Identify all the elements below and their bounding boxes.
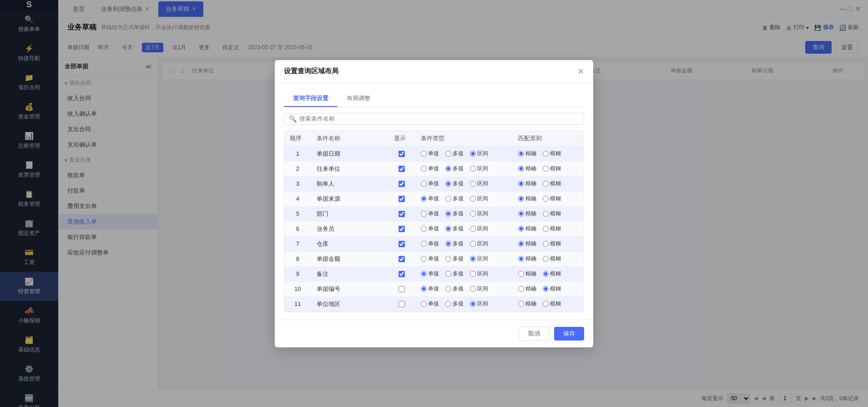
th-match: 匹配原则 xyxy=(513,131,584,147)
modal-save-button[interactable]: 保存 xyxy=(554,327,584,341)
radio-multi[interactable]: 多值 xyxy=(445,285,464,293)
row-order: 6 xyxy=(284,221,311,236)
radio-single[interactable]: 单值 xyxy=(421,165,439,173)
row-condition-type: 单值多值区间 xyxy=(415,251,513,266)
radio-single[interactable]: 单值 xyxy=(421,180,439,188)
radio-single[interactable]: 单值 xyxy=(421,150,439,158)
modal-table: 顺序 条件名称 显示 条件类型 匹配原则 1单据日期单值多值区间精确模糊2往来单… xyxy=(284,130,584,312)
radio-multi[interactable]: 多值 xyxy=(445,165,464,173)
cancel-button[interactable]: 取消 xyxy=(519,326,550,341)
show-checkbox[interactable] xyxy=(399,181,405,187)
radio-exact[interactable]: 精确 xyxy=(518,150,536,158)
modal-body: 查询字段设置 布局调整 🔍 顺序 条件名称 显示 条件类型 xyxy=(275,83,593,320)
radio-range[interactable]: 区间 xyxy=(470,165,488,173)
radio-range[interactable]: 区间 xyxy=(470,195,488,203)
radio-exact[interactable]: 精确 xyxy=(518,165,536,173)
show-checkbox[interactable] xyxy=(399,256,405,262)
radio-fuzzy[interactable]: 模糊 xyxy=(543,210,561,218)
th-order: 顺序 xyxy=(284,131,311,147)
row-show xyxy=(389,236,415,251)
radio-single[interactable]: 单值 xyxy=(421,270,439,278)
row-name: 备注 xyxy=(311,266,389,281)
radio-range[interactable]: 区间 xyxy=(470,210,488,218)
row-match: 精确模糊 xyxy=(513,176,584,191)
radio-exact[interactable]: 精确 xyxy=(518,225,536,233)
radio-multi[interactable]: 多值 xyxy=(445,195,464,203)
row-show xyxy=(389,281,415,296)
radio-range[interactable]: 区间 xyxy=(470,180,488,188)
radio-range[interactable]: 区间 xyxy=(470,270,488,278)
show-checkbox[interactable] xyxy=(399,286,405,292)
radio-range[interactable]: 区间 xyxy=(470,240,488,248)
th-show: 显示 xyxy=(389,131,415,147)
radio-multi[interactable]: 多值 xyxy=(445,240,464,248)
modal-search-input[interactable] xyxy=(299,115,390,122)
modal-tab-layout[interactable]: 布局调整 xyxy=(338,91,379,107)
radio-fuzzy[interactable]: 模糊 xyxy=(543,180,561,188)
radio-range[interactable]: 区间 xyxy=(470,285,488,293)
radio-fuzzy[interactable]: 模糊 xyxy=(543,165,561,173)
show-checkbox[interactable] xyxy=(399,196,405,202)
row-name: 单据日期 xyxy=(311,146,389,161)
radio-exact[interactable]: 精确 xyxy=(518,270,536,278)
radio-single[interactable]: 单值 xyxy=(421,255,439,263)
radio-multi[interactable]: 多值 xyxy=(445,150,464,158)
table-row: 5部门单值多值区间精确模糊 xyxy=(284,206,584,221)
show-checkbox[interactable] xyxy=(399,301,405,307)
radio-single[interactable]: 单值 xyxy=(421,240,439,248)
radio-multi[interactable]: 多值 xyxy=(445,180,464,188)
radio-multi[interactable]: 多值 xyxy=(445,255,464,263)
radio-exact[interactable]: 精确 xyxy=(518,300,536,308)
radio-exact[interactable]: 精确 xyxy=(518,255,536,263)
radio-single[interactable]: 单值 xyxy=(421,285,439,293)
table-row: 9备注单值多值区间精确模糊 xyxy=(284,266,584,281)
radio-range[interactable]: 区间 xyxy=(470,255,488,263)
radio-fuzzy[interactable]: 模糊 xyxy=(543,150,561,158)
table-row: 4单据来源单值多值区间精确模糊 xyxy=(284,191,584,206)
radio-multi[interactable]: 多值 xyxy=(445,225,464,233)
radio-range[interactable]: 区间 xyxy=(470,225,488,233)
row-match: 精确模糊 xyxy=(513,161,584,176)
radio-exact[interactable]: 精确 xyxy=(518,285,536,293)
show-checkbox[interactable] xyxy=(399,241,405,247)
row-show xyxy=(389,161,415,176)
radio-range[interactable]: 区间 xyxy=(470,150,488,158)
table-row: 6业务员单值多值区间精确模糊 xyxy=(284,221,584,236)
row-show xyxy=(389,266,415,281)
row-match: 精确模糊 xyxy=(513,251,584,266)
show-checkbox[interactable] xyxy=(399,211,405,217)
radio-single[interactable]: 单值 xyxy=(421,195,439,203)
radio-multi[interactable]: 多值 xyxy=(445,270,464,278)
radio-fuzzy[interactable]: 模糊 xyxy=(543,285,561,293)
radio-single[interactable]: 单值 xyxy=(421,225,439,233)
radio-fuzzy[interactable]: 模糊 xyxy=(543,225,561,233)
show-checkbox[interactable] xyxy=(399,166,405,172)
radio-multi[interactable]: 多值 xyxy=(445,300,464,308)
radio-exact[interactable]: 精确 xyxy=(518,180,536,188)
radio-fuzzy[interactable]: 模糊 xyxy=(543,255,561,263)
show-checkbox[interactable] xyxy=(399,226,405,232)
row-order: 1 xyxy=(284,146,311,161)
show-checkbox[interactable] xyxy=(399,151,405,157)
radio-single[interactable]: 单值 xyxy=(421,210,439,218)
row-condition-type: 单值多值区间 xyxy=(415,176,513,191)
show-checkbox[interactable] xyxy=(399,271,405,277)
radio-exact[interactable]: 精确 xyxy=(518,195,536,203)
radio-fuzzy[interactable]: 模糊 xyxy=(543,300,561,308)
radio-exact[interactable]: 精确 xyxy=(518,240,536,248)
modal-tab-query-fields[interactable]: 查询字段设置 xyxy=(284,91,338,107)
radio-multi[interactable]: 多值 xyxy=(445,210,464,218)
radio-range[interactable]: 区间 xyxy=(470,300,488,308)
radio-exact[interactable]: 精确 xyxy=(518,210,536,218)
row-order: 10 xyxy=(284,281,311,296)
row-order: 11 xyxy=(284,296,311,311)
radio-single[interactable]: 单值 xyxy=(421,300,439,308)
row-condition-type: 单值多值区间 xyxy=(415,296,513,311)
radio-fuzzy[interactable]: 模糊 xyxy=(543,240,561,248)
search-icon: 🔍 xyxy=(289,115,297,122)
row-condition-type: 单值多值区间 xyxy=(415,281,513,296)
radio-fuzzy[interactable]: 模糊 xyxy=(543,270,561,278)
modal-close-button[interactable]: ✕ xyxy=(577,66,584,76)
modal-overlay: 设置查询区域布局 ✕ 查询字段设置 布局调整 🔍 顺序 条件名 xyxy=(0,0,868,407)
radio-fuzzy[interactable]: 模糊 xyxy=(543,195,561,203)
